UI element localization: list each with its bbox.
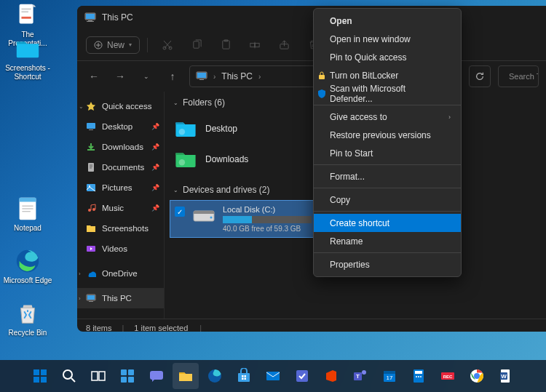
nav-item-documents[interactable]: Documents📌 xyxy=(77,157,164,177)
titlebar[interactable]: This PC xyxy=(77,6,546,29)
svg-rect-17 xyxy=(250,43,255,47)
nav-item-pictures[interactable]: Pictures📌 xyxy=(77,177,164,198)
taskbar-search[interactable] xyxy=(56,363,82,389)
context-item-pin-to-start[interactable]: Pin to Start xyxy=(314,144,461,162)
context-item-properties[interactable]: Properties xyxy=(314,255,461,273)
context-item-restore-previous-versions[interactable]: Restore previous versions xyxy=(314,126,461,144)
taskbar-office[interactable] xyxy=(318,363,344,389)
nav-item-desktop[interactable]: Desktop📌 xyxy=(77,116,164,137)
taskbar-store[interactable] xyxy=(231,363,257,389)
drive-item[interactable]: ✓Local Disk (C:)40.0 GB free of 59.3 GB xyxy=(170,201,316,237)
taskbar-word[interactable]: W xyxy=(493,363,519,389)
nav-item-videos[interactable]: Videos xyxy=(77,239,164,259)
desktop-icon[interactable]: Recycle Bin xyxy=(2,300,53,337)
svg-rect-63 xyxy=(242,375,244,377)
rename-icon[interactable] xyxy=(242,34,267,56)
svg-rect-43 xyxy=(194,211,214,214)
taskbar-edge[interactable] xyxy=(202,363,228,389)
taskbar-chrome[interactable]: G xyxy=(464,363,490,389)
context-item-copy[interactable]: Copy xyxy=(314,191,461,209)
taskbar-calendar[interactable]: 17 xyxy=(376,363,403,389)
network-icon xyxy=(86,318,96,319)
taskbar-taskview[interactable] xyxy=(85,363,111,389)
taskbar-teams[interactable]: T xyxy=(347,363,373,389)
svg-rect-67 xyxy=(266,372,280,380)
context-item-open[interactable]: Open xyxy=(314,12,461,30)
recent-dropdown[interactable]: ⌄ xyxy=(137,67,156,86)
desktop-icon[interactable]: Notepad xyxy=(2,195,53,233)
svg-rect-49 xyxy=(33,369,39,375)
svg-text:W: W xyxy=(501,373,507,380)
svg-rect-65 xyxy=(242,378,244,380)
context-item-rename[interactable]: Rename xyxy=(314,232,461,250)
context-item-turn-on-bitlocker[interactable]: Turn on BitLocker xyxy=(314,66,461,84)
folder-item[interactable]: Downloads xyxy=(170,144,316,175)
desktop-icon-label: Notepad xyxy=(14,224,41,233)
desktop-icon[interactable]: Microsoft Edge xyxy=(2,247,53,285)
nav-label: Desktop xyxy=(102,122,132,131)
svg-point-53 xyxy=(63,370,72,379)
folder-icon xyxy=(173,147,198,172)
taskbar-mail[interactable] xyxy=(260,363,286,389)
chevron-right-icon: › xyxy=(448,113,451,121)
nav-item-music[interactable]: Music📌 xyxy=(77,198,164,218)
taskbar-chat[interactable] xyxy=(143,363,170,389)
context-item-scan-with-microsoft-defender-[interactable]: Scan with Microsoft Defender... xyxy=(314,84,461,103)
taskbar-rec[interactable]: REC xyxy=(435,363,461,389)
chevron-down-icon: ⌄ xyxy=(173,187,178,193)
folder-item[interactable]: Desktop xyxy=(170,113,316,144)
nav-item-downloads[interactable]: Downloads📌 xyxy=(77,137,164,157)
breadcrumb-item[interactable]: This PC xyxy=(221,71,253,81)
context-menu: OpenOpen in new windowPin to Quick acces… xyxy=(313,8,462,277)
cut-icon[interactable] xyxy=(155,34,180,56)
nav-item-screenshots[interactable]: Screenshots xyxy=(77,218,164,239)
chevron-icon: ⌄ xyxy=(79,103,84,110)
nav-label: Documents xyxy=(102,163,144,172)
address-bar-row: ← → ⌄ ↑ › This PC › Search Th xyxy=(77,61,546,92)
pin-icon: 📌 xyxy=(151,143,159,151)
context-item-give-access-to[interactable]: Give access to› xyxy=(314,108,461,126)
refresh-button[interactable] xyxy=(469,65,491,87)
svg-point-44 xyxy=(210,217,213,219)
onedrive-icon xyxy=(86,268,96,279)
svg-point-71 xyxy=(362,370,366,375)
nav-item-network[interactable]: ›Network xyxy=(77,313,164,319)
new-button[interactable]: New ▾ xyxy=(86,36,140,54)
svg-rect-21 xyxy=(197,73,206,78)
taskbar-explorer[interactable] xyxy=(173,363,199,389)
context-item-pin-to-quick-access[interactable]: Pin to Quick access xyxy=(314,48,461,66)
taskbar-widgets[interactable] xyxy=(114,363,141,389)
context-label: Pin to Start xyxy=(330,148,373,159)
svg-text:G: G xyxy=(475,373,479,380)
context-item-format-[interactable]: Format... xyxy=(314,167,461,185)
paste-icon[interactable] xyxy=(213,34,238,56)
nav-item-quick-access[interactable]: ⌄Quick access xyxy=(77,96,164,116)
copy-icon[interactable] xyxy=(184,34,209,56)
taskbar-todo[interactable] xyxy=(289,363,315,389)
context-label: Create shortcut xyxy=(330,218,389,228)
share-icon[interactable] xyxy=(272,34,296,56)
forward-button[interactable]: → xyxy=(111,67,130,86)
nav-item-this-pc[interactable]: ›This PC xyxy=(77,288,164,308)
taskbar-calc[interactable] xyxy=(405,363,432,389)
context-item-open-in-new-window[interactable]: Open in new window xyxy=(314,30,461,48)
up-button[interactable]: ↑ xyxy=(163,67,182,86)
back-button[interactable]: ← xyxy=(84,67,103,86)
defender-icon xyxy=(317,89,327,99)
svg-rect-62 xyxy=(238,373,250,382)
desktop-icon[interactable]: Screenshots - Shortcut xyxy=(2,35,53,81)
svg-rect-68 xyxy=(296,370,308,382)
checkbox-icon[interactable]: ✓ xyxy=(175,207,185,217)
taskbar-start[interactable] xyxy=(27,363,53,389)
svg-point-29 xyxy=(88,209,91,212)
search-input[interactable]: Search Th xyxy=(498,65,539,87)
context-label: Open in new window xyxy=(330,34,411,44)
svg-rect-0 xyxy=(20,4,33,24)
svg-point-30 xyxy=(92,208,95,211)
nav-item-onedrive[interactable]: ›OneDrive xyxy=(77,263,164,284)
folder-label: Desktop xyxy=(205,124,237,134)
storage-bar xyxy=(223,216,312,223)
status-item-count: 8 items xyxy=(86,324,111,332)
context-label: Copy xyxy=(330,195,350,205)
context-item-create-shortcut[interactable]: Create shortcut xyxy=(314,214,461,232)
